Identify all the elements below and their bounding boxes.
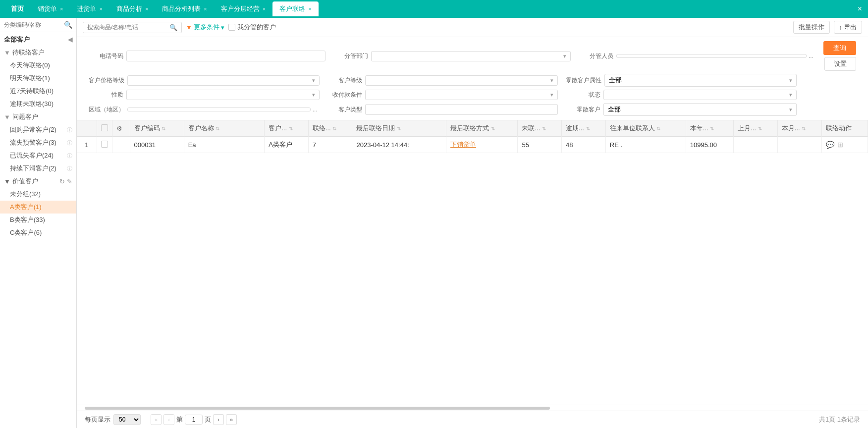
sort-year-icon[interactable]: ⇅ — [710, 126, 714, 131]
sort-thismonth-icon[interactable]: ⇅ — [802, 126, 806, 131]
sort-lastmonth-icon[interactable]: ⇅ — [758, 126, 762, 131]
settings-button[interactable]: 设置 — [824, 57, 856, 71]
sidebar-item-churned[interactable]: 已流失客户(24) ⓘ — [0, 149, 76, 162]
first-page-btn[interactable]: « — [151, 414, 162, 425]
sidebar-item-repurchase-abnormal[interactable]: 回购异常客户(2) ⓘ — [0, 123, 76, 136]
sidebar-item-churn-warning[interactable]: 流失预警客户(3) ⓘ — [0, 136, 76, 149]
sort-overdue-icon[interactable]: ⇅ — [586, 126, 590, 131]
col-gear-header[interactable]: ⚙ — [112, 120, 130, 137]
sort-type-icon[interactable]: ⇅ — [289, 126, 293, 131]
retail-attr-select[interactable]: 全部 ▾ — [604, 74, 797, 87]
group-pending-contact[interactable]: ▼ 待联络客户 — [0, 46, 76, 59]
row-last-method[interactable]: 下销货单 — [446, 137, 518, 153]
tab-product-list[interactable]: 商品分析列表 × — [155, 1, 214, 16]
price-grade-arrow: ▾ — [312, 77, 315, 84]
more-conditions-btn[interactable]: ▼ 更多条件 ▾ — [186, 23, 224, 32]
collapse-sidebar-icon[interactable]: ◀ — [68, 36, 72, 43]
close-customer-contact-tab[interactable]: × — [308, 6, 311, 12]
batch-op-button[interactable]: 批量操作 — [793, 21, 830, 34]
sort-unit-icon[interactable]: ⇅ — [656, 126, 660, 131]
filter-cell-cust-grade: 客户等级 ▾ — [324, 75, 562, 86]
cust-grade-select[interactable]: ▾ — [365, 75, 558, 86]
sidebar-item-class-b[interactable]: B类客户(33) — [0, 214, 76, 226]
page-number-input[interactable] — [185, 415, 203, 425]
phone-input[interactable] — [126, 51, 326, 61]
col-last-date-header: 最后联络日期 ⇅ — [352, 120, 446, 137]
sort-date-icon[interactable]: ⇅ — [397, 126, 401, 131]
payment-label: 收付款条件 — [327, 91, 362, 99]
close-sales-tab[interactable]: × — [60, 6, 63, 12]
close-product-list-tab[interactable]: × — [204, 6, 207, 12]
refresh-icon[interactable]: ↻ — [59, 178, 65, 185]
tab-product-analysis[interactable]: 商品分析 × — [109, 1, 155, 16]
sort-name-icon[interactable]: ⇅ — [216, 126, 219, 131]
sidebar-item-class-c[interactable]: C类客户(6) — [0, 226, 76, 239]
horizontal-scrollbar[interactable] — [85, 407, 550, 410]
close-purchase-tab[interactable]: × — [99, 6, 102, 12]
sidebar-item-tomorrow[interactable]: 明天待联络(1) — [0, 72, 76, 85]
row-checkbox[interactable] — [101, 141, 108, 148]
tab-home[interactable]: 首页 — [4, 1, 31, 16]
edit-icon[interactable]: ✎ — [67, 178, 72, 185]
row-name[interactable]: Ea — [184, 137, 265, 153]
sidebar-search-input[interactable] — [4, 21, 64, 28]
gear-icon[interactable]: ⚙ — [116, 125, 122, 132]
filter-cell-manager: 分管人员 ... — [575, 52, 819, 60]
all-customers-header[interactable]: 全部客户 ◀ — [0, 32, 76, 46]
sidebar-item-declining[interactable]: 持续下滑客户(2) ⓘ — [0, 162, 76, 175]
tab-sales[interactable]: 销货单 × — [31, 1, 70, 16]
retail-select[interactable]: 全部 ▾ — [603, 103, 797, 116]
tab-purchase[interactable]: 进货单 × — [70, 1, 109, 16]
pager: « ‹ 第 页 › » — [151, 414, 237, 425]
grid-action-icon[interactable]: ⊞ — [837, 141, 843, 149]
sidebar-item-7days[interactable]: 近7天待联络(0) — [0, 85, 76, 98]
retail-arrow: ▾ — [789, 107, 792, 113]
sort-uncontacted-icon[interactable]: ⇅ — [542, 126, 546, 131]
status-label: 状态 — [566, 91, 600, 99]
filter-search-icon[interactable]: 🔍 — [169, 24, 177, 31]
col-this-month-label: 本月... — [782, 124, 800, 132]
status-select[interactable]: ▾ — [603, 90, 797, 100]
my-customers-checkbox[interactable] — [228, 24, 235, 31]
sort-method-icon[interactable]: ⇅ — [491, 126, 495, 131]
last-page-btn[interactable]: » — [226, 414, 237, 425]
filter-search-input[interactable] — [87, 24, 169, 31]
row-year-amount: 10995.00 — [686, 137, 733, 153]
group-problem-customers[interactable]: ▼ 问题客户 — [0, 110, 76, 123]
dept-select[interactable]: ▾ — [371, 51, 570, 61]
prev-page-btn[interactable]: ‹ — [163, 414, 174, 425]
export-button[interactable]: ↑ 导出 — [834, 21, 863, 34]
close-all-tabs[interactable]: × — [858, 4, 862, 13]
sort-contact-icon[interactable]: ⇅ — [332, 126, 336, 131]
group-value-customers[interactable]: ▼ 价值客户 ↻ ✎ — [0, 175, 76, 188]
page-size-select[interactable]: 50 100 200 — [113, 414, 141, 425]
col-last-method-label: 最后联络方式 — [450, 124, 489, 132]
sidebar-item-today[interactable]: 今天待联络(0) — [0, 59, 76, 72]
next-page-btn[interactable]: › — [213, 414, 224, 425]
region-ellipsis[interactable]: ... — [311, 106, 320, 113]
nature-select[interactable]: ▾ — [126, 90, 320, 100]
col-code-header: 客户编码 ⇅ — [130, 120, 184, 137]
col-contact-header: 联络... ⇅ — [308, 120, 352, 137]
manager-ellipsis[interactable]: ... — [807, 53, 815, 59]
sidebar-item-ungrouped[interactable]: 未分组(32) — [0, 188, 76, 201]
sidebar-item-overdue[interactable]: 逾期未联络(30) — [0, 98, 76, 110]
sidebar-item-class-a[interactable]: A类客户(1) — [0, 201, 76, 214]
region-select[interactable] — [127, 107, 311, 111]
horizontal-scrollbar-area[interactable] — [77, 405, 868, 411]
query-button[interactable]: 查询 — [823, 41, 856, 55]
chat-action-icon[interactable]: 💬 — [826, 141, 834, 149]
cust-type-input[interactable] — [365, 104, 558, 115]
manager-select[interactable] — [616, 54, 807, 58]
sidebar-search-icon[interactable]: 🔍 — [64, 21, 72, 29]
price-grade-select[interactable]: ▾ — [127, 75, 320, 86]
sort-code-icon[interactable]: ⇅ — [162, 126, 165, 131]
group-problem-label: 问题客户 — [12, 112, 38, 121]
close-customer-tier-tab[interactable]: × — [263, 6, 266, 12]
payment-select[interactable]: ▾ — [365, 90, 558, 100]
close-product-analysis-tab[interactable]: × — [145, 6, 148, 12]
my-customers-filter[interactable]: 我分管的客户 — [228, 23, 276, 32]
tab-customer-contact[interactable]: 客户联络 × — [272, 1, 318, 16]
select-all-checkbox[interactable] — [101, 124, 108, 131]
tab-customer-tier[interactable]: 客户分层经营 × — [214, 1, 272, 16]
